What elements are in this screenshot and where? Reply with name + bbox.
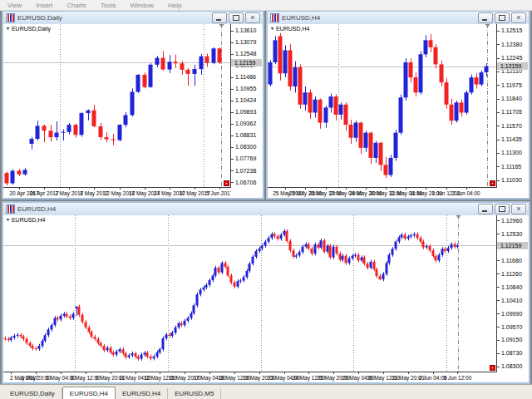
- chart-tab-0[interactable]: EURUSD,Daily: [3, 388, 62, 399]
- minimize-button[interactable]: [478, 12, 493, 23]
- time-axis[interactable]: 2 May 20173 May 20:005 May 04:008 May 12…: [3, 372, 497, 382]
- menu-item-charts[interactable]: Charts: [66, 2, 86, 9]
- price-tick-mark: [497, 220, 500, 221]
- menu-item-tools[interactable]: Tools: [101, 2, 116, 9]
- menu-item-view[interactable]: View: [7, 2, 22, 9]
- minimize-button[interactable]: [478, 204, 493, 214]
- maximize-button[interactable]: [229, 12, 244, 23]
- price-tick-label: 1.08300: [501, 363, 522, 369]
- candles-series: [4, 229, 459, 361]
- time-tick-mark: [408, 372, 409, 374]
- chart-shift-marker[interactable]: [219, 24, 224, 27]
- time-tick-mark: [446, 188, 447, 190]
- current-price-badge: 1.12159: [497, 62, 528, 70]
- time-tick-mark: [11, 372, 12, 374]
- dropdown-arrow-icon: ▼: [270, 26, 274, 31]
- price-tick-label: 1.12380: [501, 42, 522, 47]
- chart-window-icon: [6, 204, 15, 214]
- maximize-icon: [499, 206, 505, 212]
- chart-window-eurusd-daily: EURUSD,Daily × ▼ EURUSD,Daily 1.136101.1…: [2, 10, 264, 200]
- symbol-period-label: ▼ EURUSD,H4: [270, 26, 309, 32]
- price-tick-mark: [231, 182, 234, 183]
- time-tick-mark: [346, 188, 347, 190]
- window-title: EURUSD,Daily: [17, 14, 210, 22]
- time-tick-mark: [145, 188, 145, 190]
- time-tick-mark: [61, 372, 62, 374]
- window-titlebar[interactable]: EURUSD,H4 ×: [3, 203, 529, 216]
- price-tick-mark: [497, 234, 500, 234]
- price-tick-mark: [497, 85, 500, 86]
- price-tick-label: 1.09362: [235, 121, 256, 126]
- dropdown-arrow-icon: ▼: [6, 217, 10, 222]
- time-tick-mark: [86, 372, 86, 374]
- price-axis[interactable]: 1.136101.130791.125481.120171.114861.109…: [231, 24, 263, 188]
- time-tick-mark: [326, 188, 327, 190]
- price-tick-label: 1.11975: [501, 82, 522, 88]
- price-tick-mark: [231, 147, 234, 148]
- time-axis[interactable]: 25 May 201725 May 20:0026 May 12:0029 Ma…: [268, 188, 497, 198]
- close-button[interactable]: ×: [511, 12, 526, 23]
- time-tick-mark: [433, 372, 434, 374]
- time-tick-mark: [259, 372, 260, 374]
- maximize-button[interactable]: [495, 12, 510, 23]
- candles-series: [5, 47, 222, 185]
- time-tick-label: 2 Jun 04:00: [446, 190, 486, 197]
- price-tick-mark: [497, 327, 500, 328]
- chart-tab-1[interactable]: EURUSD,H4: [62, 387, 116, 399]
- chart-shift-marker[interactable]: [485, 24, 490, 27]
- dropdown-arrow-icon: ▼: [6, 26, 10, 31]
- time-tick-mark: [366, 188, 367, 190]
- candles-series: [268, 33, 489, 178]
- menu-item-window[interactable]: Window: [130, 2, 153, 9]
- price-tick-mark: [497, 287, 500, 288]
- price-tick-label: 1.09570: [501, 324, 522, 330]
- price-tick-mark: [231, 170, 234, 171]
- chart-plot[interactable]: ▼ EURUSD,Daily: [3, 24, 231, 188]
- price-axis[interactable]: 1.125151.123801.122451.121101.119751.118…: [497, 24, 529, 188]
- chart-area: ▼ EURUSD,H4 1.125151.123801.122451.12110…: [268, 24, 529, 198]
- minimize-icon: [482, 210, 487, 212]
- price-axis[interactable]: 1.129601.125301.121001.116801.112601.108…: [497, 215, 529, 372]
- chart-tab-2[interactable]: EURUSD,H4: [116, 388, 168, 399]
- price-tick-label: 1.09990: [501, 311, 522, 317]
- time-tick-mark: [209, 372, 210, 374]
- time-tick-mark: [69, 188, 70, 190]
- chart-shift-marker[interactable]: [456, 215, 461, 219]
- price-tick-label: 1.11570: [501, 123, 522, 129]
- maximize-icon: [233, 15, 239, 21]
- price-tick-mark: [497, 313, 500, 314]
- price-tick-mark: [497, 300, 500, 301]
- window-titlebar[interactable]: EURUSD,Daily ×: [3, 12, 263, 25]
- close-icon: ×: [512, 204, 525, 214]
- time-tick-mark: [308, 372, 309, 374]
- menu-item-help[interactable]: Help: [168, 2, 181, 9]
- price-tick-label: 1.08831: [235, 132, 256, 138]
- price-tick-label: 1.11260: [501, 271, 522, 277]
- candlestick-canvas: [3, 215, 496, 372]
- time-tick-mark: [111, 372, 111, 374]
- time-tick-mark: [195, 188, 195, 190]
- minimize-button[interactable]: [212, 12, 227, 23]
- price-tick-label: 1.11300: [501, 150, 522, 155]
- chart-tab-bar: EURUSD,DailyEURUSD,H4EURUSD,H4EURUSD,M5: [0, 384, 532, 399]
- time-tick-mark: [36, 372, 37, 374]
- price-tick-label: 1.11486: [235, 74, 256, 80]
- price-tick-mark: [497, 260, 500, 261]
- chart-plot[interactable]: ▼ EURUSD,H4: [268, 24, 497, 188]
- price-tick-mark: [497, 44, 500, 45]
- maximize-button[interactable]: [495, 204, 510, 214]
- window-title: EURUSD,H4: [17, 205, 476, 213]
- time-tick-mark: [219, 188, 220, 190]
- chart-plot[interactable]: ▼ EURUSD,H4: [3, 215, 497, 372]
- close-button[interactable]: ×: [245, 12, 260, 23]
- maximize-icon: [499, 15, 505, 21]
- chart-tab-3[interactable]: EURUSD,M5: [168, 388, 221, 399]
- window-titlebar[interactable]: EURUSD,H4 ×: [268, 12, 529, 25]
- close-button[interactable]: ×: [511, 204, 526, 214]
- time-axis[interactable]: 20 Apr 201726 Apr 20172 May 20178 May 20…: [3, 188, 231, 198]
- price-tick-label: 1.10955: [235, 86, 256, 91]
- price-tick-mark: [231, 135, 234, 136]
- price-tick-label: 1.09150: [501, 337, 522, 342]
- menu-item-insert[interactable]: Insert: [36, 2, 52, 9]
- chart-area: ▼ EURUSD,H4 1.129601.125301.121001.11680…: [3, 215, 529, 382]
